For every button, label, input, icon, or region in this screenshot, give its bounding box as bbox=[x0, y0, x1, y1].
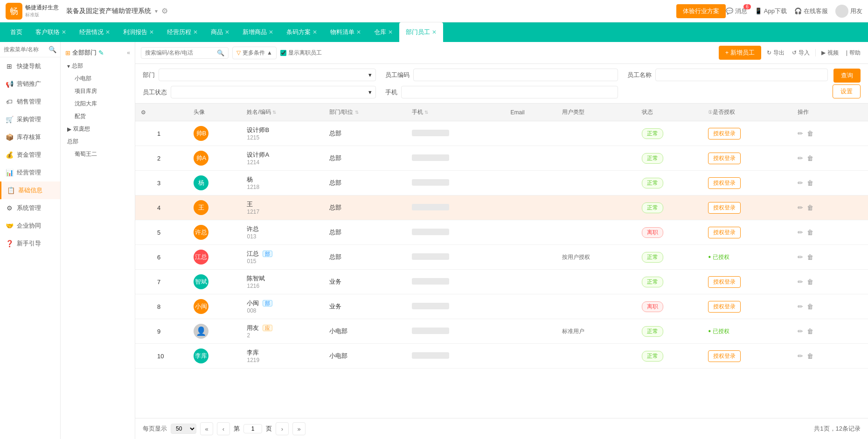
tab-customer[interactable]: 客户联络 ✕ bbox=[29, 22, 73, 42]
tab-goods[interactable]: 商品 ✕ bbox=[204, 22, 236, 42]
close-tab-add-goods[interactable]: ✕ bbox=[269, 29, 273, 35]
user-menu[interactable]: 用友 bbox=[835, 5, 862, 18]
close-tab-goods[interactable]: ✕ bbox=[225, 29, 229, 35]
sidebar-item-sales[interactable]: 🏷 销售管理 bbox=[0, 93, 60, 111]
delete-icon[interactable]: 🗑 bbox=[807, 303, 813, 310]
trial-button[interactable]: 体验行业方案 bbox=[676, 4, 726, 18]
auth-login-button[interactable]: 授权登录 bbox=[708, 153, 741, 164]
auth-login-button[interactable]: 授权登录 bbox=[708, 177, 741, 189]
close-tab-history[interactable]: ✕ bbox=[193, 29, 198, 35]
dept-node-xiaodianbu[interactable]: 小电部 bbox=[61, 72, 135, 85]
edit-icon[interactable]: ✏ bbox=[798, 278, 803, 286]
close-tab-operations[interactable]: ✕ bbox=[105, 29, 110, 35]
sidebar-item-system[interactable]: ⚙ 系统管理 bbox=[0, 199, 60, 217]
edit-icon[interactable]: ✏ bbox=[798, 253, 803, 261]
dept-node-puputuwan[interactable]: 葡萄王二 bbox=[61, 148, 135, 160]
last-page-button[interactable]: » bbox=[292, 422, 306, 435]
delete-icon[interactable]: 🗑 bbox=[807, 204, 813, 211]
sidebar-item-inventory[interactable]: 📦 库存核算 bbox=[0, 128, 60, 146]
sidebar-item-new-guide[interactable]: ❓ 新手引导 bbox=[0, 235, 60, 252]
close-tab-warehouse[interactable]: ✕ bbox=[388, 29, 393, 35]
sidebar-item-operations-mgmt[interactable]: 📊 经营管理 bbox=[0, 164, 60, 181]
dept-node-xiangmu[interactable]: 项目库房 bbox=[61, 85, 135, 98]
dept-node-shuangpuqi[interactable]: ▶ 双庞想 bbox=[61, 123, 135, 135]
tab-history[interactable]: 经营历程 ✕ bbox=[160, 22, 204, 42]
close-tab-barcode[interactable]: ✕ bbox=[312, 29, 317, 35]
emp-code-input[interactable] bbox=[413, 69, 618, 81]
query-button[interactable]: 查询 bbox=[833, 69, 861, 83]
edit-dept-icon[interactable]: ✎ bbox=[98, 49, 104, 56]
delete-icon[interactable]: 🗑 bbox=[807, 130, 813, 137]
dept-node-zongbu[interactable]: ▾ 总部 bbox=[61, 60, 135, 72]
delete-icon[interactable]: 🗑 bbox=[807, 229, 813, 236]
first-page-button[interactable]: « bbox=[200, 422, 213, 435]
delete-icon[interactable]: 🗑 bbox=[807, 328, 813, 335]
delete-icon[interactable]: 🗑 bbox=[807, 352, 813, 360]
collapse-icon[interactable]: « bbox=[127, 49, 130, 56]
auth-login-button[interactable]: 授权登录 bbox=[708, 227, 741, 238]
delete-icon[interactable]: 🗑 bbox=[807, 253, 813, 261]
sidebar-item-enterprise[interactable]: 🤝 企业协同 bbox=[0, 217, 60, 235]
close-tab-customer[interactable]: ✕ bbox=[62, 29, 66, 35]
edit-icon[interactable]: ✏ bbox=[798, 352, 803, 360]
gear-icon[interactable]: ⚙ bbox=[161, 7, 168, 15]
sidebar-search-box[interactable]: 🔍 bbox=[0, 42, 60, 57]
tab-add-goods[interactable]: 新增商品 ✕ bbox=[236, 22, 280, 42]
emp-name-input[interactable] bbox=[655, 69, 828, 81]
dept-node-shenyang[interactable]: 沈阳大库 bbox=[61, 98, 135, 110]
search-input[interactable] bbox=[145, 49, 215, 56]
sidebar-item-marketing[interactable]: 📢 营销推广 bbox=[0, 75, 60, 93]
help-button[interactable]: | 帮助 bbox=[844, 47, 862, 59]
online-service-button[interactable]: 🎧 在线客服 bbox=[794, 7, 828, 15]
edit-icon[interactable]: ✏ bbox=[798, 130, 803, 137]
auth-login-button[interactable]: 授权登录 bbox=[708, 276, 741, 288]
sidebar-item-basic-info[interactable]: 📋 基础信息 bbox=[0, 181, 60, 199]
page-input[interactable] bbox=[243, 424, 262, 433]
import-button[interactable]: ↺ 导入 bbox=[790, 47, 812, 59]
page-size-select[interactable]: 50 100 bbox=[171, 424, 196, 434]
add-employee-button[interactable]: + 新增员工 bbox=[719, 46, 761, 60]
view-button[interactable]: ▶ 视频 bbox=[819, 47, 840, 59]
delete-icon[interactable]: 🗑 bbox=[807, 179, 813, 187]
next-page-button[interactable]: › bbox=[276, 422, 289, 435]
phone-input[interactable] bbox=[401, 86, 618, 98]
edit-icon[interactable]: ✏ bbox=[798, 229, 803, 236]
tab-dept-emp[interactable]: 部门员工 ✕ bbox=[399, 22, 443, 42]
tab-profit[interactable]: 利润报告 ✕ bbox=[117, 22, 160, 42]
prev-page-button[interactable]: ‹ bbox=[217, 422, 230, 435]
sidebar-item-purchase[interactable]: 🛒 采购管理 bbox=[0, 111, 60, 128]
set-button[interactable]: 设置 bbox=[833, 84, 861, 98]
auth-login-button[interactable]: 授权登录 bbox=[708, 128, 741, 139]
delete-icon[interactable]: 🗑 bbox=[807, 154, 813, 162]
edit-icon[interactable]: ✏ bbox=[798, 154, 803, 162]
dept-node-zongbu2[interactable]: 总部 bbox=[61, 135, 135, 148]
delete-icon[interactable]: 🗑 bbox=[807, 278, 813, 286]
auth-login-button[interactable]: 授权登录 bbox=[708, 301, 741, 313]
app-download-button[interactable]: 📱 App下载 bbox=[755, 7, 787, 15]
status-select[interactable]: ▾ bbox=[171, 86, 376, 98]
tab-warehouse[interactable]: 仓库 ✕ bbox=[368, 22, 399, 42]
tab-home[interactable]: 首页 bbox=[4, 22, 29, 42]
sidebar-item-quick-nav[interactable]: ⊞ 快捷导航 bbox=[0, 57, 60, 75]
tab-barcode[interactable]: 条码方案 ✕ bbox=[280, 22, 324, 42]
sidebar-item-finance[interactable]: 💰 资金管理 bbox=[0, 146, 60, 164]
auth-login-button[interactable]: 授权登录 bbox=[708, 202, 741, 214]
edit-icon[interactable]: ✏ bbox=[798, 328, 803, 335]
message-button[interactable]: 💬 消息 6 bbox=[726, 7, 747, 15]
show-resigned-checkbox[interactable]: 显示离职员工 bbox=[280, 49, 322, 57]
close-tab-dept-emp[interactable]: ✕ bbox=[432, 29, 437, 35]
close-tab-profit[interactable]: ✕ bbox=[149, 29, 154, 35]
more-filter-button[interactable]: ▽ 更多条件 ▲ bbox=[232, 47, 277, 59]
search-box[interactable]: 🔍 bbox=[141, 47, 229, 59]
close-tab-material[interactable]: ✕ bbox=[356, 29, 361, 35]
dept-node-peihuo[interactable]: 配货 bbox=[61, 110, 135, 123]
tab-material[interactable]: 物料清单 ✕ bbox=[324, 22, 368, 42]
tab-operations[interactable]: 经营情况 ✕ bbox=[73, 22, 117, 42]
export-button[interactable]: ↻ 导出 bbox=[765, 47, 786, 59]
edit-icon[interactable]: ✏ bbox=[798, 303, 803, 310]
edit-icon[interactable]: ✏ bbox=[798, 179, 803, 187]
sidebar-search-input[interactable] bbox=[4, 46, 49, 53]
dept-select[interactable]: ▾ bbox=[159, 69, 376, 81]
edit-icon[interactable]: ✏ bbox=[798, 204, 803, 211]
auth-login-button[interactable]: 授权登录 bbox=[708, 350, 741, 362]
